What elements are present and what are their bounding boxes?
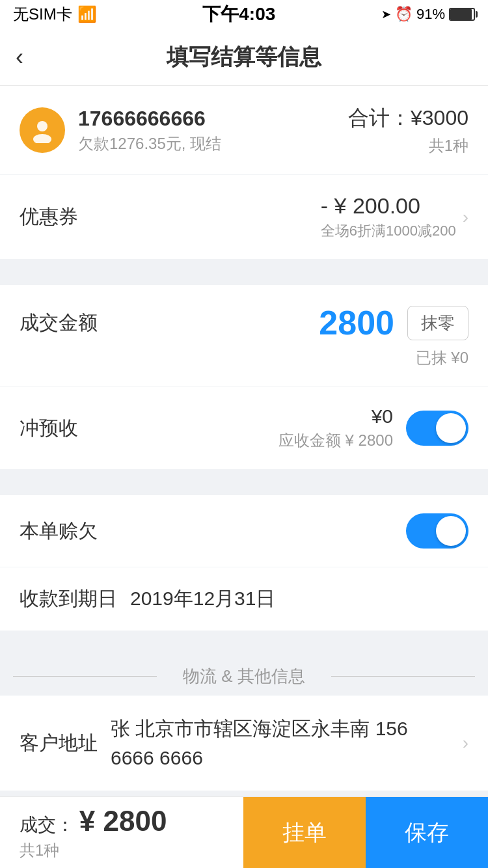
customer-row: 17666666666 欠款1276.35元, 现结 合计：¥3000 共1种 [0, 86, 488, 174]
status-time: 下午4:03 [202, 2, 275, 27]
page-title: 填写结算等信息 [167, 42, 321, 72]
section-divider-1 [0, 272, 488, 285]
bottom-count: 共1种 [20, 840, 224, 861]
save-button[interactable]: 保存 [366, 797, 488, 869]
svg-point-0 [37, 121, 47, 131]
coupon-discount: - ¥ 200.00 [321, 193, 456, 219]
prepay-label: 冲预收 [20, 415, 78, 442]
prepay-toggle[interactable] [406, 411, 468, 446]
due-label: 收款到期日 [20, 586, 117, 612]
amount-right: 2800 抹零 [319, 303, 468, 342]
wifi-icon: 📶 [77, 5, 97, 23]
customer-phone: 17666666666 [78, 107, 221, 131]
customer-right: 合计：¥3000 共1种 [348, 104, 468, 156]
due-row: 收款到期日 2019年12月31日 [20, 586, 468, 612]
prepay-value: ¥0 [278, 405, 393, 427]
customer-left: 17666666666 欠款1276.35元, 现结 [20, 107, 221, 154]
debt-section: 本单赊欠 [0, 495, 488, 567]
debt-toggle[interactable] [406, 513, 468, 549]
coupon-row[interactable]: 优惠券 - ¥ 200.00 全场6折满1000减200 › [0, 174, 488, 259]
battery-icon [449, 8, 475, 21]
debt-label: 本单赊欠 [20, 518, 98, 545]
prepay-amount: ¥0 应收金额 ¥ 2800 [278, 405, 393, 451]
battery-percent: 91% [416, 6, 445, 23]
chevron-right-icon: › [463, 207, 468, 228]
hang-button[interactable]: 挂单 [243, 797, 366, 869]
debt-card: 本单赊欠 收款到期日 2019年12月31日 [0, 495, 488, 631]
status-bar: 无SIM卡 📶 下午4:03 ➤ ⏰ 91% [0, 0, 488, 29]
amount-sub: 已抹 ¥0 [20, 347, 468, 368]
amount-label: 成交金额 [20, 310, 98, 336]
coupon-right: - ¥ 200.00 全场6折满1000减200 › [321, 193, 468, 241]
status-left: 无SIM卡 📶 [13, 4, 97, 25]
logistics-label: 物流 & 其他信息 [183, 665, 305, 688]
amount-section: 成交金额 2800 抹零 已抹 ¥0 [0, 285, 488, 387]
section-divider-3 [0, 644, 488, 657]
address-chevron-icon: › [463, 733, 468, 753]
bottom-info: 成交： ¥ 2800 共1种 [0, 805, 243, 861]
due-section: 收款到期日 2019年12月31日 [0, 567, 488, 631]
amount-row: 成交金额 2800 抹零 [20, 303, 468, 342]
customer-subtitle: 欠款1276.35元, 现结 [78, 133, 221, 154]
address-section[interactable]: 客户地址 张 北京市市辖区海淀区永丰南 156 6666 6666 › [0, 696, 488, 791]
prepay-sub: 应收金额 ¥ 2800 [278, 430, 393, 451]
svg-point-1 [33, 134, 51, 143]
address-label: 客户地址 [20, 730, 98, 757]
customer-card: 17666666666 欠款1276.35元, 现结 合计：¥3000 共1种 … [0, 86, 488, 259]
bottom-bar: 成交： ¥ 2800 共1种 挂单 保存 [0, 796, 488, 868]
bottom-deal-row: 成交： ¥ 2800 [20, 805, 224, 837]
status-right: ➤ ⏰ 91% [381, 6, 475, 23]
customer-info: 17666666666 欠款1276.35元, 现结 [78, 107, 221, 154]
alarm-icon: ⏰ [395, 6, 413, 23]
section-divider-2 [0, 482, 488, 495]
bottom-amount: ¥ 2800 [79, 805, 167, 837]
due-value: 2019年12月31日 [130, 586, 275, 612]
total-amount: 合计：¥3000 [348, 104, 468, 133]
logistics-line-right [331, 676, 475, 677]
debt-toggle-thumb [436, 516, 466, 546]
coupon-detail: 全场6折满1000减200 [321, 221, 456, 241]
back-button[interactable]: ‹ [16, 44, 23, 71]
avatar [20, 107, 65, 153]
amount-value: 2800 [319, 303, 394, 342]
round-button[interactable]: 抹零 [407, 306, 468, 340]
address-value: 张 北京市市辖区海淀区永丰南 156 6666 6666 [98, 714, 463, 772]
prepay-section: 冲预收 ¥0 应收金额 ¥ 2800 [0, 387, 488, 469]
content: 17666666666 欠款1276.35元, 现结 合计：¥3000 共1种 … [0, 86, 488, 868]
logistics-line-left [13, 676, 157, 677]
sim-label: 无SIM卡 [13, 4, 72, 25]
total-count: 共1种 [348, 135, 468, 156]
toggle-thumb [436, 413, 466, 443]
logistics-divider: 物流 & 其他信息 [0, 657, 488, 696]
prepay-right: ¥0 应收金额 ¥ 2800 [278, 405, 468, 451]
prepay-row: 冲预收 ¥0 应收金额 ¥ 2800 [20, 405, 468, 451]
location-icon: ➤ [381, 7, 391, 21]
header: ‹ 填写结算等信息 [0, 29, 488, 86]
coupon-label: 优惠券 [20, 204, 78, 230]
bottom-deal-label: 成交： [20, 815, 74, 835]
